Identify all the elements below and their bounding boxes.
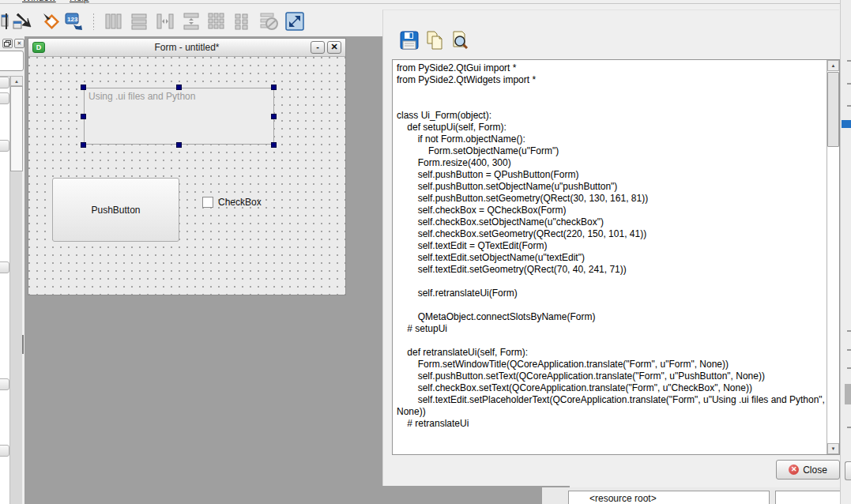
scroll-up-icon[interactable]: ▲	[10, 76, 23, 86]
text-edit-placeholder: Using .ui files and Python	[88, 91, 195, 102]
widgetbox-category[interactable]	[0, 92, 9, 104]
widgetbox-category-list	[0, 76, 9, 504]
selected-row-fragment	[842, 120, 851, 128]
text-edit-widget[interactable]: Using .ui files and Python	[84, 88, 274, 145]
form-close-button[interactable]: ✕	[327, 41, 341, 54]
checkbox-label: CheckBox	[218, 197, 262, 208]
edge-mark	[847, 367, 851, 369]
dock-float-icon[interactable]	[2, 39, 13, 48]
widgetbox-category[interactable]	[0, 445, 9, 457]
form-window-titlebar[interactable]: D Form - untitled* - ✕	[28, 39, 345, 57]
layout-splitter-horizontal-icon[interactable]	[155, 11, 175, 32]
widgetbox-scrollbar-thumb[interactable]	[10, 86, 23, 171]
close-button[interactable]: ✕ Close	[776, 460, 840, 480]
form-minimize-button[interactable]: -	[311, 41, 325, 54]
property-editor-edge	[840, 0, 851, 504]
layout-form-icon[interactable]	[232, 11, 253, 32]
push-button-widget[interactable]: PushButton	[52, 178, 179, 242]
resource-browser-dock: <resource root>	[542, 487, 851, 504]
edit-buddies-icon[interactable]	[41, 11, 62, 32]
toolbar-separator	[92, 13, 95, 30]
checkbox-indicator[interactable]	[202, 197, 213, 208]
selection-handle[interactable]	[81, 85, 86, 90]
widgetbox-scrollbar[interactable]: ▲	[9, 76, 22, 504]
form-window: D Form - untitled* - ✕ Using .ui files a…	[28, 38, 346, 295]
edge-mark	[847, 105, 851, 107]
adjust-size-icon[interactable]	[284, 11, 305, 32]
edge-mark	[847, 83, 851, 85]
dock-close-icon[interactable]: ✕	[14, 39, 24, 48]
edit-signals-slots-icon[interactable]	[12, 11, 32, 32]
selection-handle[interactable]	[271, 114, 277, 119]
button-fragment	[845, 461, 851, 480]
layout-grid-icon[interactable]	[206, 11, 227, 32]
break-layout-icon[interactable]	[258, 11, 279, 32]
code-text[interactable]: from PySide2.QtGui import * from PySide2…	[393, 60, 827, 432]
selection-handle[interactable]	[176, 142, 182, 148]
form-window-title: Form - untitled*	[28, 42, 345, 53]
close-red-icon: ✕	[789, 465, 799, 475]
layout-horizontal-icon[interactable]	[103, 11, 123, 32]
scrollbar-fragment	[845, 384, 851, 404]
widgetbox-category[interactable]	[0, 261, 9, 273]
copy-icon[interactable]	[424, 29, 445, 51]
edge-mark	[847, 427, 851, 428]
dock-splitter-handle[interactable]	[22, 335, 24, 354]
menu-window[interactable]: Window	[22, 0, 56, 3]
edge-mark	[847, 330, 851, 332]
resource-tree[interactable]: <resource root>	[568, 491, 770, 504]
svg-text:123: 123	[67, 16, 78, 23]
code-scrollbar[interactable]: ▲ ▼	[827, 60, 839, 454]
layout-splitter-vertical-icon[interactable]	[181, 11, 201, 32]
scroll-down-icon[interactable]: ▼	[827, 443, 839, 454]
scroll-up-icon[interactable]: ▲	[827, 60, 839, 71]
edit-widgets-icon[interactable]	[0, 11, 9, 32]
widgetbox-category[interactable]	[0, 378, 9, 390]
find-icon[interactable]	[449, 29, 470, 51]
form-canvas[interactable]: Using .ui files and Python PushButton Ch…	[28, 57, 345, 295]
widget-box-dock: ✕ ▲	[0, 36, 24, 504]
selection-handle[interactable]	[81, 142, 86, 148]
selection-handle[interactable]	[271, 85, 277, 90]
selection-handle[interactable]	[176, 85, 182, 90]
form-window-icon: D	[32, 42, 45, 53]
edit-tab-order-icon[interactable]: 123	[64, 11, 85, 32]
check-box-widget[interactable]: CheckBox	[202, 186, 282, 218]
widgetbox-filter-input[interactable]	[0, 51, 24, 71]
menu-bar: Window Help	[0, 0, 851, 4]
edge-mark	[847, 349, 851, 351]
code-scrollbar-thumb[interactable]	[827, 72, 839, 147]
selection-handle[interactable]	[81, 114, 86, 119]
qt-designer-screen: Window Help 123	[0, 0, 851, 504]
layout-vertical-icon[interactable]	[129, 11, 149, 32]
close-button-label: Close	[803, 465, 827, 476]
code-view[interactable]: from PySide2.QtGui import * from PySide2…	[392, 59, 840, 455]
view-code-dialog: from PySide2.QtGui import * from PySide2…	[382, 9, 839, 486]
widgetbox-category[interactable]	[0, 140, 9, 152]
edge-mark	[847, 60, 851, 62]
resource-root-item[interactable]: <resource root>	[589, 493, 657, 504]
selection-handle[interactable]	[271, 142, 277, 148]
widgetbox-category[interactable]	[0, 77, 9, 88]
menu-help[interactable]: Help	[70, 0, 89, 3]
save-icon[interactable]	[398, 29, 420, 51]
